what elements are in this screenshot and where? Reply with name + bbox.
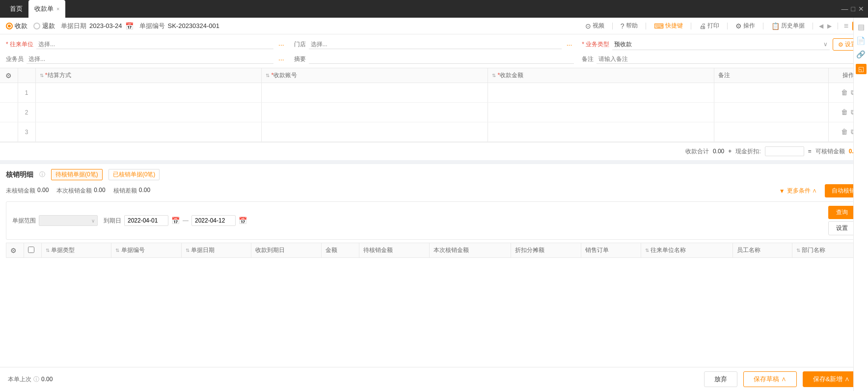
discount-header: 折扣分摊额 xyxy=(511,243,581,258)
save-btn[interactable]: 保存&新增 ∧ xyxy=(803,371,860,387)
date-value[interactable]: 2023-03-24 xyxy=(89,22,122,29)
table-gear-header[interactable]: ⚙ xyxy=(0,68,18,83)
settlement-cell-2[interactable] xyxy=(35,103,262,122)
footer-prev-label: 本单上次 ⓘ 0.00 xyxy=(8,375,53,384)
print-btn[interactable]: 🖨 打印 xyxy=(697,21,721,31)
summary-input[interactable] xyxy=(309,55,574,64)
doc-date-header: ⇅ 单据日期 xyxy=(181,243,251,258)
help-icon: ? xyxy=(621,22,624,30)
row-gear-2 xyxy=(0,103,18,122)
list-view-btn[interactable]: ≡ xyxy=(844,22,848,30)
sn-label: 单据编号 xyxy=(139,22,165,30)
sort-icon[interactable]: ⇅ xyxy=(645,248,649,253)
radio-receipt-label: 收款 xyxy=(15,22,27,30)
detail-gear-icon[interactable]: ⚙ xyxy=(10,247,17,254)
sort-icon[interactable]: ⇅ xyxy=(186,248,190,253)
sidebar-table-icon[interactable]: ▤ xyxy=(858,23,865,31)
detail-section: 核销明细 ⓘ 待核销单据(0笔) 已核销单据(0笔) 未核销金额 0.00 本次… xyxy=(0,164,868,367)
delete-row-3-btn[interactable]: 🗑 xyxy=(841,128,848,136)
query-btn[interactable]: 查询 xyxy=(828,206,856,219)
video-icon: ⊙ xyxy=(585,22,591,30)
pending-tab[interactable]: 待核销单据(0笔) xyxy=(51,169,103,180)
sort-icon[interactable]: ⇅ xyxy=(40,73,44,78)
remark-cell-2[interactable] xyxy=(714,103,828,122)
detail-gear-header[interactable]: ⚙ xyxy=(6,243,24,258)
row-num-header xyxy=(18,68,35,83)
nav-next-btn[interactable]: ▶ xyxy=(827,23,832,29)
filter-btns: 查询 设置 xyxy=(828,206,856,235)
footer-info-icon[interactable]: ⓘ xyxy=(33,375,39,384)
store-more-btn[interactable]: ··· xyxy=(565,41,574,49)
account-cell-2[interactable] xyxy=(262,103,488,122)
staff-field: 业务员 ··· xyxy=(6,55,286,64)
doc-type-header: ⇅ 单据类型 xyxy=(42,243,111,258)
amount-cell-1[interactable] xyxy=(488,83,714,103)
staff-input[interactable] xyxy=(27,55,273,64)
staff-more-btn[interactable]: ··· xyxy=(276,56,286,63)
biztype-label: 业务类型 xyxy=(582,40,609,49)
range-filter: 单据范围 ∨ xyxy=(12,215,98,226)
right-sidebar: ▤ 📄 🔗 ◱ xyxy=(853,18,868,391)
video-btn[interactable]: ⊙ 视频 xyxy=(583,21,606,31)
remark-cell-3[interactable] xyxy=(714,122,828,142)
biztype-select[interactable]: 预收款 ∨ xyxy=(612,39,830,50)
amount-cell-3[interactable] xyxy=(488,122,714,142)
sidebar-doc-icon[interactable]: 📄 xyxy=(856,36,866,45)
detail-info-icon[interactable]: ⓘ xyxy=(39,170,45,179)
radio-refund[interactable]: 退款 xyxy=(33,22,55,30)
table-row: 3 🗑 ⧉ xyxy=(0,122,868,142)
sidebar-link-icon[interactable]: 🔗 xyxy=(856,50,866,59)
radio-receipt[interactable]: 收款 xyxy=(6,22,27,30)
sort-icon[interactable]: ⇅ xyxy=(115,248,119,253)
footer: 本单上次 ⓘ 0.00 放弃 保存草稿 ∧ 保存&新增 ∧ xyxy=(0,367,868,391)
remark-cell-1[interactable] xyxy=(714,83,828,103)
footer-prev-value: 0.00 xyxy=(41,376,53,383)
net-label: 可核销金额 xyxy=(815,147,845,156)
nav-prev-btn[interactable]: ◀ xyxy=(819,23,823,29)
store-input[interactable] xyxy=(309,40,562,49)
due-date-from-cal-icon[interactable]: 📅 xyxy=(171,217,180,224)
sort-icon[interactable]: ⇅ xyxy=(46,248,50,253)
home-tab[interactable]: 首页 xyxy=(4,0,28,18)
remark-input[interactable] xyxy=(597,55,862,64)
win-close-btn[interactable]: ✕ xyxy=(858,5,864,13)
history-btn[interactable]: 📋 历史单据 xyxy=(769,21,807,31)
more-conditions-btn[interactable]: ▼ 更多条件 ∧ xyxy=(779,187,817,195)
counterparty-more-btn[interactable]: ··· xyxy=(276,41,286,49)
amount-cell-2[interactable] xyxy=(488,103,714,122)
row-num-3: 3 xyxy=(18,122,35,142)
due-date-from-input[interactable] xyxy=(124,215,168,226)
store-label: 门店 xyxy=(294,40,306,49)
account-cell-3[interactable] xyxy=(262,122,488,142)
draft-btn[interactable]: 保存草稿 ∧ xyxy=(743,371,797,387)
sort-icon[interactable]: ⇅ xyxy=(266,73,270,78)
row-num-1: 1 xyxy=(18,83,35,103)
shortcut-btn[interactable]: ⌨ 快捷键 xyxy=(652,21,685,31)
delete-row-2-btn[interactable]: 🗑 xyxy=(841,108,848,116)
discount-input[interactable] xyxy=(765,146,804,156)
operation-btn[interactable]: ⚙ 操作 xyxy=(733,21,757,31)
account-cell-1[interactable] xyxy=(262,83,488,103)
active-tab[interactable]: 收款单 × xyxy=(28,0,65,18)
win-min-btn[interactable]: — xyxy=(841,5,848,13)
sort-icon[interactable]: ⇅ xyxy=(492,73,496,78)
due-date-to-input[interactable] xyxy=(191,215,236,226)
win-max-btn[interactable]: □ xyxy=(851,5,855,13)
close-tab-btn[interactable]: × xyxy=(56,6,59,12)
abandon-btn[interactable]: 放弃 xyxy=(704,371,737,387)
settlement-cell-1[interactable] xyxy=(35,83,262,103)
due-date-to-cal-icon[interactable]: 📅 xyxy=(239,217,247,224)
date-calendar-icon[interactable]: 📅 xyxy=(125,22,134,30)
sort-icon[interactable]: ⇅ xyxy=(796,248,800,253)
done-tab[interactable]: 已核销单据(0笔) xyxy=(108,169,160,180)
select-all-checkbox[interactable] xyxy=(28,247,34,253)
due-date-header: 收款到期日 xyxy=(251,243,321,258)
settlement-cell-3[interactable] xyxy=(35,122,262,142)
delete-row-1-btn[interactable]: 🗑 xyxy=(841,88,848,97)
range-select[interactable] xyxy=(39,215,98,226)
sidebar-expand-icon[interactable]: ◱ xyxy=(856,64,867,74)
gear-icon[interactable]: ⚙ xyxy=(5,72,12,80)
filter-settings-btn[interactable]: 设置 xyxy=(828,221,856,235)
counterparty-input[interactable] xyxy=(36,40,273,49)
help-btn[interactable]: ? 帮助 xyxy=(619,21,640,31)
